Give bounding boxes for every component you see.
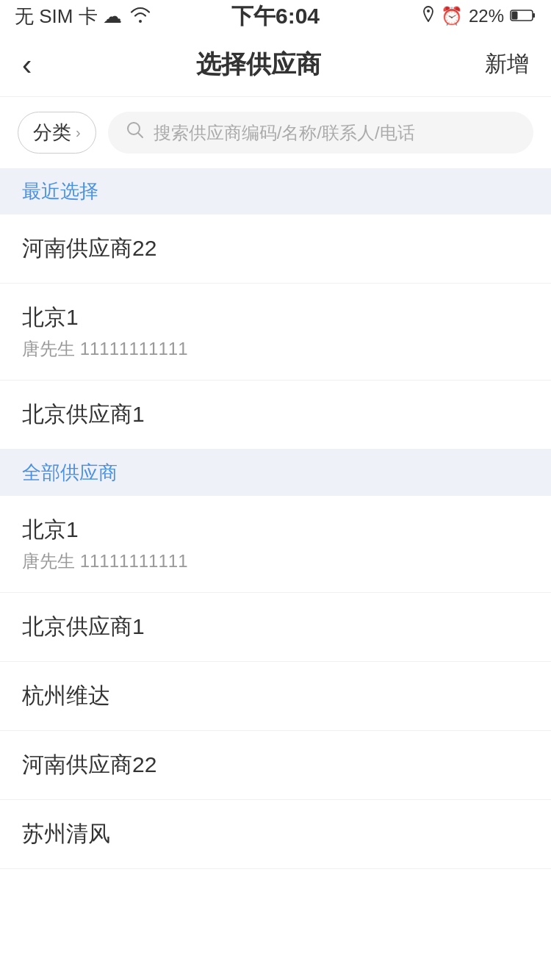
list-item[interactable]: 杭州维达 xyxy=(0,662,551,731)
recent-label: 最近选择 xyxy=(22,180,98,202)
battery-icon xyxy=(510,6,536,26)
item-name: 北京供应商1 xyxy=(22,612,529,642)
list-item[interactable]: 河南供应商22 xyxy=(0,215,551,284)
item-name: 北京1 xyxy=(22,515,529,545)
status-bar: 无 SIM 卡 ☁ 下午6:04 ⏰ 22% xyxy=(0,0,551,32)
chevron-right-icon: › xyxy=(76,124,81,141)
item-name: 河南供应商22 xyxy=(22,234,529,264)
wifi-icon xyxy=(129,5,151,28)
battery-text: 22% xyxy=(469,6,504,26)
recent-section-header: 最近选择 xyxy=(0,168,551,215)
item-name: 河南供应商22 xyxy=(22,750,529,780)
all-section-header: 全部供应商 xyxy=(0,450,551,496)
list-item[interactable]: 北京供应商1 xyxy=(0,381,551,450)
list-item[interactable]: 北京供应商1 xyxy=(0,593,551,662)
list-item[interactable]: 苏州清风 xyxy=(0,800,551,869)
item-name: 苏州清风 xyxy=(22,819,529,849)
item-sub: 唐先生 11111111111 xyxy=(22,337,529,361)
page-title: 选择供应商 xyxy=(196,48,321,82)
svg-rect-2 xyxy=(533,13,535,18)
search-input[interactable] xyxy=(154,123,516,143)
svg-point-0 xyxy=(427,10,430,12)
recent-list: 河南供应商22北京1唐先生 11111111111北京供应商1 xyxy=(0,215,551,450)
sim-label: 无 SIM 卡 ☁ xyxy=(15,4,122,29)
location-icon xyxy=(422,6,435,26)
status-time: 下午6:04 xyxy=(231,1,320,32)
list-item[interactable]: 北京1唐先生 11111111111 xyxy=(0,496,551,593)
status-right: ⏰ 22% xyxy=(422,6,536,26)
category-label: 分类 xyxy=(33,120,71,145)
category-button[interactable]: 分类 › xyxy=(18,112,96,154)
back-button[interactable]: ‹ xyxy=(22,50,32,79)
nav-bar: ‹ 选择供应商 新增 xyxy=(0,32,551,97)
search-icon xyxy=(126,120,145,145)
add-button[interactable]: 新增 xyxy=(485,49,529,79)
item-sub: 唐先生 11111111111 xyxy=(22,550,529,573)
item-name: 北京1 xyxy=(22,303,529,333)
status-left: 无 SIM 卡 ☁ xyxy=(15,4,151,29)
list-item[interactable]: 北京1唐先生 11111111111 xyxy=(0,284,551,381)
search-bar: 分类 › xyxy=(0,97,551,168)
list-item[interactable]: 河南供应商22 xyxy=(0,731,551,800)
item-name: 杭州维达 xyxy=(22,681,529,711)
all-list: 北京1唐先生 11111111111北京供应商1杭州维达河南供应商22苏州清风 xyxy=(0,496,551,869)
item-name: 北京供应商1 xyxy=(22,400,529,430)
search-input-wrap[interactable] xyxy=(108,112,533,154)
all-label: 全部供应商 xyxy=(22,461,118,483)
svg-rect-3 xyxy=(512,12,518,20)
alarm-icon: ⏰ xyxy=(441,6,463,26)
